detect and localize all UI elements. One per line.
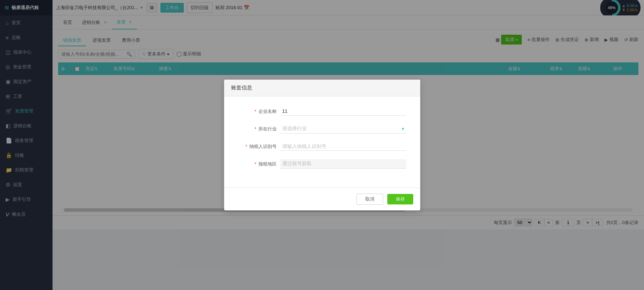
form-row-industry: * 所在行业 请选择行业 ▾ bbox=[238, 124, 406, 134]
company-name-label: * 企业名称 bbox=[238, 108, 280, 115]
tax-id-label: * 纳税人识别号 bbox=[238, 143, 280, 150]
modal-title: 账套信息 bbox=[231, 85, 252, 90]
tax-id-input[interactable] bbox=[280, 142, 406, 151]
tax-region-placeholder: 通过税号获取 bbox=[282, 161, 312, 166]
industry-label: * 所在行业 bbox=[238, 126, 280, 132]
industry-chevron-icon: ▾ bbox=[402, 126, 404, 131]
tax-region-field: 通过税号获取 bbox=[280, 159, 406, 169]
modal-footer: 取消 保存 bbox=[224, 188, 420, 210]
modal-header: 账套信息 bbox=[224, 80, 420, 96]
form-row-tax-id: * 纳税人识别号 bbox=[238, 142, 406, 151]
form-row-company-name: * 企业名称 bbox=[238, 107, 406, 116]
industry-placeholder: 请选择行业 bbox=[282, 126, 307, 132]
form-row-tax-region: * 报税地区 通过税号获取 bbox=[238, 159, 406, 169]
account-info-modal: 账套信息 * 企业名称 * 所在行业 请选择行业 ▾ bbox=[224, 80, 420, 210]
modal-body: * 企业名称 * 所在行业 请选择行业 ▾ * 纳 bbox=[224, 96, 420, 188]
industry-select[interactable]: 请选择行业 ▾ bbox=[280, 124, 406, 134]
company-name-input[interactable] bbox=[280, 107, 406, 116]
modal-overlay[interactable]: 账套信息 * 企业名称 * 所在行业 请选择行业 ▾ bbox=[0, 0, 644, 290]
save-button[interactable]: 保存 bbox=[387, 194, 413, 204]
tax-region-label: * 报税地区 bbox=[238, 161, 280, 167]
cancel-button[interactable]: 取消 bbox=[356, 194, 383, 205]
